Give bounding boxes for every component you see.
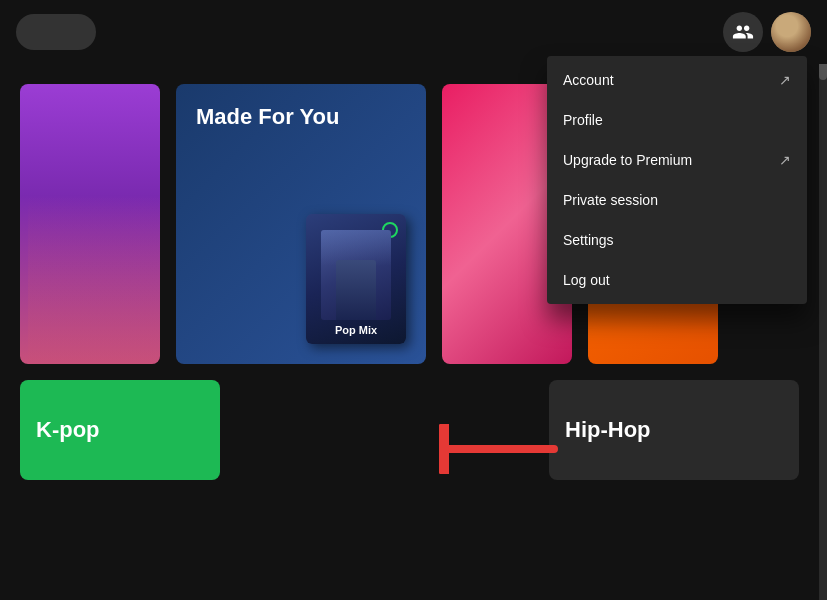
card-hiphop-title: Hip-Hop (565, 417, 651, 443)
menu-item-upgrade[interactable]: Upgrade to Premium ↗ (547, 140, 807, 180)
card-made-for-you[interactable]: Made For You Pop Mix (176, 84, 426, 364)
person-silhouette (28, 196, 160, 364)
menu-item-settings[interactable]: Settings (547, 220, 807, 260)
spacer (236, 380, 533, 480)
card-made-for-you-title: Made For You (196, 104, 406, 130)
pop-mix-card: Pop Mix (306, 214, 406, 344)
pop-mix-label: Pop Mix (335, 324, 377, 336)
scrollbar[interactable] (819, 0, 827, 600)
card-kpop-title: K-pop (36, 417, 100, 443)
card-purple-inner (20, 84, 160, 364)
nav-buttons (16, 14, 96, 50)
menu-item-account[interactable]: Account ↗ (547, 60, 807, 100)
avatar (771, 12, 811, 52)
bottom-row: K-pop Hip-Hop (20, 380, 799, 480)
friends-button[interactable] (723, 12, 763, 52)
external-link-icon: ↗ (779, 72, 791, 88)
external-link-icon-2: ↗ (779, 152, 791, 168)
user-avatar-button[interactable] (771, 12, 811, 52)
card-hiphop[interactable]: Hip-Hop (549, 380, 799, 480)
menu-item-logout[interactable]: Log out (547, 260, 807, 300)
top-bar (0, 0, 827, 64)
user-dropdown-menu: Account ↗ Profile Upgrade to Premium ↗ P… (547, 56, 807, 304)
card-kpop[interactable]: K-pop (20, 380, 220, 480)
card-purple[interactable] (20, 84, 160, 364)
header-actions (723, 12, 811, 52)
menu-item-private-session[interactable]: Private session (547, 180, 807, 220)
menu-item-profile[interactable]: Profile (547, 100, 807, 140)
